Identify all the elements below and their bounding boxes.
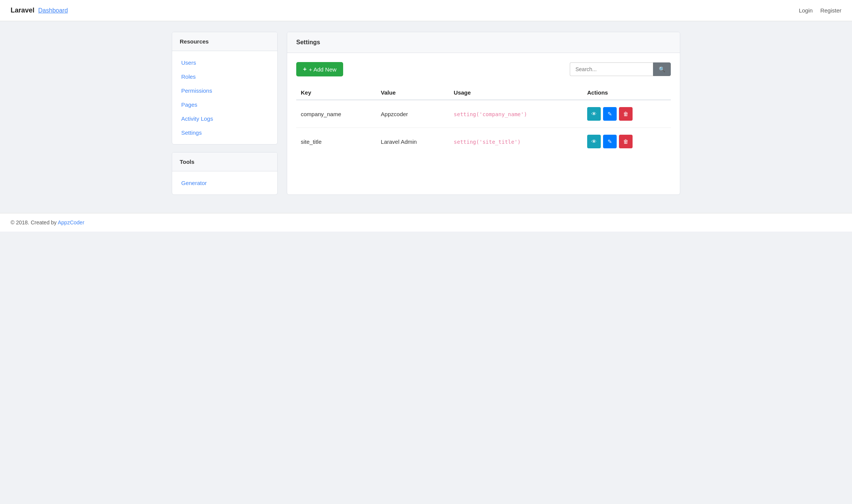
delete-button[interactable]: 🗑	[619, 107, 633, 121]
settings-table: Key Value Usage Actions company_name App…	[296, 86, 671, 155]
cell-key: site_title	[296, 128, 376, 156]
dashboard-link[interactable]: Dashboard	[38, 7, 68, 14]
sidebar-item-users[interactable]: Users	[172, 56, 277, 70]
edit-icon: ✎	[608, 138, 612, 145]
add-new-label: + Add New	[309, 66, 336, 73]
col-actions: Actions	[583, 86, 671, 100]
cell-actions: 👁 ✎ 🗑	[583, 100, 671, 128]
tools-card: Tools Generator	[172, 152, 278, 195]
table-row: company_name Appzcoder setting('company_…	[296, 100, 671, 128]
edit-icon: ✎	[608, 111, 612, 117]
panel-body: + Add New 🔍 Key Value Usage Actions	[287, 53, 680, 164]
col-usage: Usage	[449, 86, 583, 100]
trash-icon: 🗑	[623, 138, 628, 145]
resources-body: Users Roles Permissions Pages Activity L…	[172, 51, 277, 144]
tools-header: Tools	[172, 152, 277, 171]
sidebar-item-activity-logs[interactable]: Activity Logs	[172, 112, 277, 126]
footer-text: © 2018. Created by	[11, 219, 57, 226]
edit-button[interactable]: ✎	[603, 135, 617, 148]
register-link[interactable]: Register	[820, 7, 841, 14]
resources-card: Resources Users Roles Permissions Pages …	[172, 32, 278, 145]
cell-value: Appzcoder	[376, 100, 449, 128]
eye-icon: 👁	[591, 111, 597, 117]
cell-key: company_name	[296, 100, 376, 128]
navbar: Laravel Dashboard Login Register	[0, 0, 852, 21]
add-new-button[interactable]: + Add New	[296, 62, 343, 76]
toolbar: + Add New 🔍	[296, 62, 671, 76]
nav-links: Login Register	[799, 7, 841, 14]
brand-area: Laravel Dashboard	[11, 6, 68, 14]
main-panel: Settings + Add New 🔍 Ke	[287, 32, 680, 195]
sidebar-item-roles[interactable]: Roles	[172, 70, 277, 84]
table-row: site_title Laravel Admin setting('site_t…	[296, 128, 671, 156]
footer-creator-link[interactable]: AppzCoder	[58, 219, 84, 226]
resources-header: Resources	[172, 32, 277, 51]
search-button[interactable]: 🔍	[653, 62, 671, 76]
cell-usage: setting('site_title')	[449, 128, 583, 156]
delete-button[interactable]: 🗑	[619, 135, 633, 148]
sidebar-item-settings[interactable]: Settings	[172, 126, 277, 140]
view-button[interactable]: 👁	[587, 107, 601, 121]
brand-name: Laravel	[11, 6, 34, 14]
tools-body: Generator	[172, 171, 277, 194]
page-content: Resources Users Roles Permissions Pages …	[161, 21, 691, 205]
cell-value: Laravel Admin	[376, 128, 449, 156]
plus-icon	[303, 66, 306, 73]
sidebar-item-permissions[interactable]: Permissions	[172, 84, 277, 98]
col-value: Value	[376, 86, 449, 100]
cell-actions: 👁 ✎ 🗑	[583, 128, 671, 156]
search-group: 🔍	[570, 62, 671, 76]
panel-title: Settings	[287, 32, 680, 53]
view-button[interactable]: 👁	[587, 135, 601, 148]
eye-icon: 👁	[591, 138, 597, 145]
login-link[interactable]: Login	[799, 7, 813, 14]
sidebar: Resources Users Roles Permissions Pages …	[172, 32, 278, 195]
sidebar-item-generator[interactable]: Generator	[172, 176, 277, 190]
trash-icon: 🗑	[623, 111, 628, 117]
search-input[interactable]	[570, 62, 653, 76]
footer: © 2018. Created by AppzCoder	[0, 213, 852, 232]
cell-usage: setting('company_name')	[449, 100, 583, 128]
edit-button[interactable]: ✎	[603, 107, 617, 121]
col-key: Key	[296, 86, 376, 100]
sidebar-item-pages[interactable]: Pages	[172, 98, 277, 112]
search-icon: 🔍	[659, 66, 665, 72]
